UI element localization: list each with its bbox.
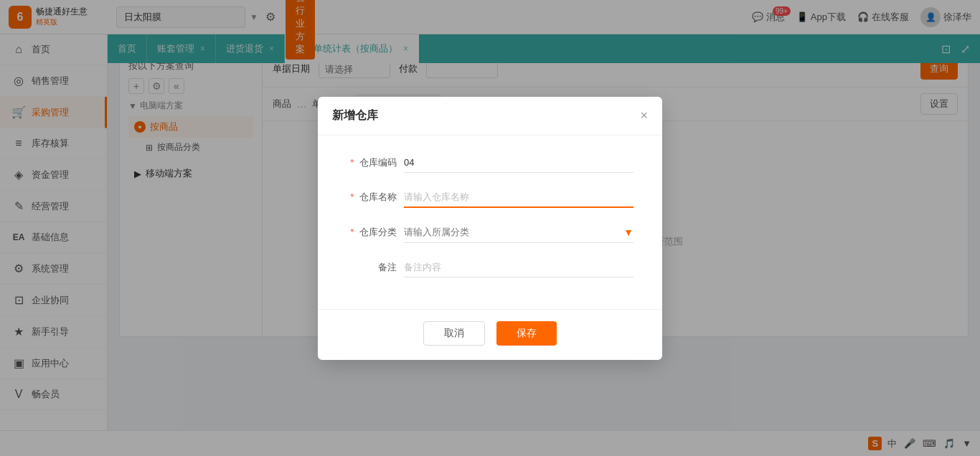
category-input[interactable] bbox=[404, 227, 623, 237]
form-row-category: * 仓库分类 ▼ bbox=[347, 222, 633, 243]
modal-header: 新增仓库 × bbox=[318, 97, 662, 136]
add-warehouse-modal: 新增仓库 × * 仓库编码 * 仓库名称 bbox=[318, 97, 662, 349]
name-input[interactable] bbox=[404, 187, 633, 208]
remark-input[interactable] bbox=[404, 257, 633, 277]
category-label: * 仓库分类 bbox=[347, 226, 404, 239]
required-star-code: * bbox=[350, 157, 354, 168]
category-select[interactable]: ▼ bbox=[404, 222, 633, 243]
form-row-code: * 仓库编码 bbox=[347, 153, 633, 173]
modal-footer: 取消 保存 bbox=[318, 309, 662, 349]
code-label: * 仓库编码 bbox=[347, 156, 404, 169]
name-label: * 仓库名称 bbox=[347, 191, 404, 204]
modal-overlay[interactable]: 新增仓库 × * 仓库编码 * 仓库名称 bbox=[0, 0, 980, 348]
required-star-name: * bbox=[350, 191, 354, 202]
form-row-name: * 仓库名称 bbox=[347, 187, 633, 208]
modal-close-button[interactable]: × bbox=[640, 108, 648, 123]
category-arrow-icon: ▼ bbox=[623, 227, 633, 238]
modal-body: * 仓库编码 * 仓库名称 * 仓库分类 bbox=[318, 136, 662, 309]
code-input[interactable] bbox=[404, 153, 633, 173]
modal-title: 新增仓库 bbox=[332, 108, 378, 123]
save-button[interactable]: 保存 bbox=[496, 321, 557, 346]
cancel-button[interactable]: 取消 bbox=[423, 321, 485, 346]
required-star-category: * bbox=[350, 227, 354, 237]
form-row-remark: 备注 bbox=[347, 257, 633, 277]
remark-label: 备注 bbox=[347, 261, 404, 274]
